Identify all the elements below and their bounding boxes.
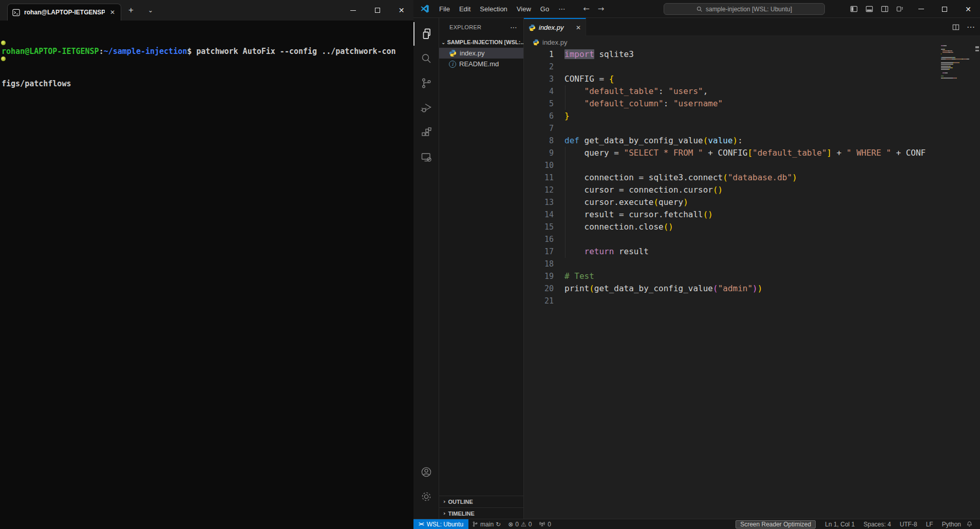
code-line-text: def get_data_by_config_value(value): — [564, 135, 743, 147]
workspace-section-header[interactable]: ⌄ SAMPLE-INJECTION [WSL:... — [439, 36, 523, 48]
chevron-right-icon: › — [443, 510, 446, 517]
remote-icon: >< — [419, 521, 424, 527]
language-mode[interactable]: Python — [938, 519, 965, 529]
terminal-new-tab-button[interactable]: + — [128, 6, 134, 14]
code-line[interactable]: 17 return result — [524, 245, 941, 258]
editor-tab-bar: index.py ✕ ⋯ — [524, 18, 980, 36]
code-line[interactable]: 14 result = cursor.fetchall() — [524, 209, 941, 221]
terminal-command: patchwork AutoFix --config ../patchwork-… — [196, 47, 395, 56]
code-line[interactable]: 19# Test — [524, 270, 941, 282]
encoding[interactable]: UTF-8 — [896, 519, 921, 529]
indentation[interactable]: Spaces: 4 — [860, 519, 894, 529]
code-line[interactable]: 16 — [524, 233, 941, 245]
file-item-index-py[interactable]: index.py — [439, 48, 523, 59]
problems-item[interactable]: ⊗ 0 ⚠ 0 — [504, 519, 535, 529]
code-line[interactable]: 3CONFIG = { — [524, 73, 941, 85]
code-line[interactable]: 6} — [524, 110, 941, 122]
vscode-minimize-button[interactable] — [909, 0, 933, 18]
code-line-text: connection = sqlite3.connect("database.d… — [564, 172, 797, 184]
toggle-sidebar-icon[interactable] — [850, 5, 858, 13]
radio-tower-icon — [539, 521, 545, 527]
tab-index-py[interactable]: index.py ✕ — [524, 18, 586, 36]
code-line[interactable]: 12 cursor = connection.cursor() — [524, 184, 941, 196]
toggle-secondary-sidebar-icon[interactable] — [881, 5, 889, 13]
git-branch-item[interactable]: main ↻ — [468, 519, 504, 529]
terminal-output[interactable]: rohan@LAPTOP-IETGENSP:~/sample-injection… — [2, 25, 413, 529]
code-line[interactable]: 11 connection = sqlite3.connect("databas… — [524, 172, 941, 184]
code-token: " WHERE " — [846, 148, 891, 158]
code-line[interactable]: 2 — [524, 61, 941, 73]
terminal-tab[interactable]: rohan@LAPTOP-IETGENSP: ~/ ✕ — [7, 4, 121, 21]
cursor-position[interactable]: Ln 1, Col 1 — [821, 519, 858, 529]
status-bar: >< WSL: Ubuntu main ↻ ⊗ 0 ⚠ 0 0 Screen R… — [413, 519, 980, 529]
ports-item[interactable]: 0 — [535, 519, 555, 529]
code-line[interactable]: 7 — [524, 122, 941, 135]
line-number: 1 — [524, 48, 564, 61]
search-icon[interactable] — [413, 47, 439, 70]
more-actions-icon[interactable]: ⋯ — [967, 22, 975, 32]
indent-guide — [565, 85, 566, 98]
split-editor-icon[interactable] — [952, 24, 959, 31]
bell-icon[interactable] — [966, 521, 973, 527]
code-line[interactable]: 5 "default_column": "username" — [524, 98, 941, 110]
tab-close-icon[interactable]: ✕ — [576, 24, 581, 31]
menu-file[interactable]: File — [435, 4, 455, 14]
extensions-icon[interactable] — [413, 121, 439, 144]
code-line[interactable]: 1import sqlite3 — [524, 48, 941, 61]
vscode-maximize-button[interactable] — [933, 0, 956, 18]
remote-indicator[interactable]: >< WSL: Ubuntu — [413, 519, 468, 529]
minimap-line — [941, 50, 975, 51]
settings-gear-icon[interactable] — [413, 485, 439, 508]
code-token: () — [713, 185, 723, 195]
code-line[interactable]: 20print(get_data_by_config_value("admin"… — [524, 282, 941, 295]
screen-reader-chip[interactable]: Screen Reader Optimized — [736, 520, 816, 528]
menu-go[interactable]: Go — [536, 4, 554, 14]
line-number: 13 — [524, 196, 564, 209]
tab-label: index.py — [539, 24, 573, 31]
code-line[interactable]: 10 — [524, 159, 941, 172]
file-item-readme-md[interactable]: i README.md — [439, 59, 523, 69]
warnings-count: 0 — [529, 521, 532, 528]
code-line[interactable]: 15 connection.close() — [524, 221, 941, 233]
menu-more[interactable]: ⋯ — [554, 4, 570, 14]
code-line[interactable]: 18 — [524, 258, 941, 270]
menu-selection[interactable]: Selection — [475, 4, 512, 14]
run-debug-icon[interactable] — [413, 96, 439, 120]
code-token: [ — [747, 148, 752, 158]
breadcrumb[interactable]: index.py — [524, 36, 980, 48]
code-line[interactable]: 4 "default_table": "users", — [524, 85, 941, 98]
terminal-tab-close-icon[interactable]: ✕ — [109, 9, 116, 16]
source-control-icon[interactable] — [413, 71, 439, 95]
breadcrumb-file[interactable]: index.py — [542, 39, 567, 46]
toggle-panel-icon[interactable] — [865, 5, 873, 13]
explorer-actions-icon[interactable]: ⋯ — [510, 23, 517, 31]
command-center-search[interactable]: sample-injection [WSL: Ubuntu] — [664, 3, 825, 15]
eol[interactable]: LF — [922, 519, 937, 529]
code-line[interactable]: 21 — [524, 295, 941, 307]
branch-name: main — [480, 521, 494, 528]
vscode-close-button[interactable]: ✕ — [956, 0, 980, 18]
terminal-minimize-button[interactable] — [341, 0, 365, 21]
terminal-maximize-button[interactable] — [365, 0, 389, 21]
outline-panel-header[interactable]: › OUTLINE — [439, 496, 523, 507]
accounts-icon[interactable] — [413, 460, 439, 484]
code-line[interactable]: 13 cursor.execute(query) — [524, 196, 941, 209]
explorer-icon[interactable] — [413, 22, 439, 46]
terminal-tab-dropdown[interactable]: ⌄ — [148, 7, 153, 14]
forward-arrow-icon[interactable]: → — [598, 4, 605, 13]
terminal-close-button[interactable]: ✕ — [389, 0, 413, 21]
code-line[interactable]: 8def get_data_by_config_value(value): — [524, 135, 941, 147]
minimap[interactable] — [941, 45, 975, 81]
timeline-panel-header[interactable]: › TIMELINE — [439, 507, 523, 519]
code-line[interactable]: 9 query = "SELECT * FROM " + CONFIG["def… — [524, 147, 941, 159]
code-editor[interactable]: 1import sqlite323CONFIG = {4 "default_ta… — [524, 48, 941, 519]
minimap-line — [941, 61, 975, 62]
menu-view[interactable]: View — [512, 4, 536, 14]
remote-explorer-icon[interactable] — [413, 145, 439, 169]
code-line-text: # Test — [564, 270, 594, 282]
back-arrow-icon[interactable]: ← — [583, 4, 590, 13]
menu-edit[interactable]: Edit — [455, 4, 475, 14]
file-name: index.py — [460, 49, 484, 57]
customize-layout-icon[interactable] — [896, 5, 904, 13]
code-token: + — [832, 148, 846, 158]
